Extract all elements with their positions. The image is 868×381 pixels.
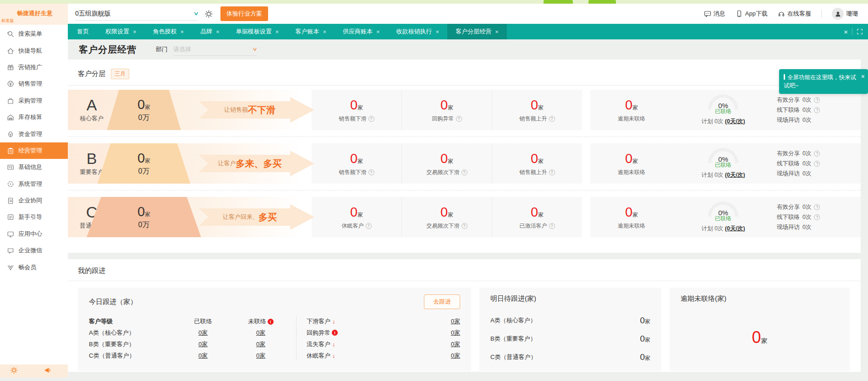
close-tab-icon[interactable]: × [275, 28, 279, 35]
stat-逾期未联络: 0家逾期未联络 [590, 205, 673, 230]
contacted-count-link[interactable]: 0家 [198, 341, 208, 348]
sidebar-item-label: 资金管理 [18, 130, 42, 138]
sidebar-item-资金管理[interactable]: 资金管理 [0, 125, 68, 142]
help-icon[interactable]: ? [368, 116, 374, 122]
gear-icon[interactable] [10, 366, 18, 374]
today-table-header: 客户等级 已联络 未联络! [89, 316, 290, 327]
messages-link[interactable]: 消息 [704, 10, 725, 18]
go-follow-button[interactable]: 去跟进 [424, 294, 460, 309]
alert-label: 下滑客户 [307, 317, 330, 326]
tab-供应商账本[interactable]: 供应商账本× [335, 24, 388, 39]
sidebar-item-企业微信[interactable]: 企业微信 [0, 242, 68, 259]
topbar-right: 消息 App下载 在线客服 珊珊 [704, 8, 858, 20]
close-tab-icon[interactable]: × [181, 28, 184, 35]
alert-count-link[interactable]: 0家 [451, 352, 460, 360]
help-icon[interactable]: ? [366, 223, 372, 229]
tab-角色授权[interactable]: 角色授权× [145, 24, 192, 39]
tab-客户账本[interactable]: 客户账本× [287, 24, 335, 39]
tab-收款核销执行[interactable]: 收款核销执行× [388, 24, 448, 39]
app-download-link[interactable]: App下载 [736, 10, 768, 18]
close-tab-icon[interactable]: × [216, 28, 220, 35]
sidebar-item-系统管理[interactable]: 系统管理 [0, 176, 68, 192]
help-icon[interactable]: ? [814, 107, 820, 113]
support-link[interactable]: 在线客服 [778, 10, 811, 18]
page-title: 客户分层经营 [79, 44, 137, 56]
sidebar-item-应用中心[interactable]: 应用中心 [0, 226, 68, 242]
tomorrow-count: 0家 [640, 334, 650, 344]
help-icon[interactable]: ? [814, 161, 820, 167]
department-select[interactable]: 请选择 ∨ [173, 43, 257, 56]
close-tab-icon[interactable]: × [133, 28, 137, 35]
help-icon[interactable]: ? [549, 169, 555, 175]
help-icon[interactable]: ? [814, 214, 820, 220]
plan-frequency-link[interactable]: (0天/次) [725, 172, 745, 178]
sidebar-item-库存核算[interactable]: 库存核算 [0, 109, 68, 125]
alert-count-link[interactable]: 0家 [451, 329, 460, 337]
sidebar-item-畅会员[interactable]: 畅会员 [0, 259, 68, 275]
customer-level: C类（普通客户） [490, 353, 536, 361]
uncontacted-count-link[interactable]: 0家 [256, 329, 265, 336]
tab-首页[interactable]: 首页 [69, 24, 97, 39]
sidebar-item-基础信息[interactable]: 基础信息 [0, 159, 68, 175]
segment-count: 0家 [137, 151, 150, 166]
help-icon[interactable]: ? [549, 223, 555, 229]
user-menu[interactable]: 珊珊 [832, 8, 858, 20]
sidebar-item-快捷导航[interactable]: 快捷导航 [0, 42, 68, 59]
segment-grade: A核心客户 [71, 97, 112, 123]
close-tab-icon[interactable]: × [436, 28, 439, 35]
close-tab-icon[interactable]: × [323, 28, 326, 35]
alert-count-link[interactable]: 0家 [451, 317, 460, 326]
close-icon[interactable]: × [861, 72, 865, 81]
help-icon[interactable]: ? [814, 151, 820, 157]
sidebar-item-销售管理[interactable]: 销售管理 [0, 76, 68, 92]
alert-count-link[interactable]: 0家 [451, 340, 460, 348]
tab-品牌[interactable]: 品牌× [192, 24, 228, 39]
tomorrow-card-title: 明日待跟进(家) [490, 294, 650, 303]
close-tab-icon[interactable]: × [376, 28, 380, 35]
sidebar-item-label: 企业微信 [18, 246, 42, 255]
support-label: 在线客服 [787, 10, 811, 18]
segment-row-A: A核心客户0家0万让销售额不下滑0家销售额下滑?0家回购异常?0家销售额上升?0… [67, 90, 861, 130]
help-icon[interactable]: ? [814, 97, 820, 103]
gap [582, 90, 590, 130]
contact-gauge: 0%已联络计划 0次 (0天/次) [680, 94, 767, 125]
sidebar-item-搜索菜单[interactable]: 搜索菜单 [0, 26, 68, 42]
uncontacted-count-link[interactable]: 0家 [256, 352, 265, 359]
account-select[interactable]: 0五组旗舰版 ∨ [75, 7, 198, 21]
contacted-count-link[interactable]: 0家 [198, 329, 208, 336]
help-icon[interactable]: ? [549, 116, 555, 122]
sidebar-item-采购管理[interactable]: 采购管理 [0, 93, 68, 109]
tab-label: 单据模板设置 [236, 27, 272, 36]
sidebar-item-新手引导[interactable]: 新手引导 [0, 209, 68, 225]
sidebar-item-label: 营销推广 [18, 63, 42, 71]
alert-icon: ! [332, 330, 338, 336]
help-icon[interactable]: ? [368, 169, 374, 175]
stat-label: 销售额上升 [520, 115, 547, 123]
tab-客户分层经营[interactable]: 客户分层经营× [447, 24, 507, 39]
help-icon[interactable]: ? [461, 223, 467, 229]
contact-stat-label: 线下联络 [777, 105, 800, 115]
tomorrow-count: 0家 [640, 352, 650, 362]
uncontacted-count-link[interactable]: 0家 [256, 341, 265, 348]
plan-frequency-link[interactable]: (0天/次) [725, 225, 745, 232]
sidebar-item-营销推广[interactable]: 营销推广 [0, 59, 68, 76]
sidebar-item-企业协同[interactable]: 企业协同 [0, 192, 68, 209]
stat-逾期未联络: 0家逾期未联络 [590, 151, 673, 176]
fullscreen-icon[interactable] [852, 28, 867, 35]
tab-label: 权限设置 [105, 27, 129, 36]
help-icon[interactable]: ? [814, 204, 820, 210]
help-icon[interactable]: ? [456, 116, 462, 122]
sidebar-item-经营管理[interactable]: 经营管理 [0, 142, 68, 159]
tab-单据模板设置[interactable]: 单据模板设置× [228, 24, 287, 39]
app-window: 畅捷通好生意 标准版 搜索菜单快捷导航营销推广销售管理采购管理库存核算资金管理经… [0, 0, 868, 381]
close-all-tabs-icon[interactable]: × [840, 28, 852, 36]
trial-button[interactable]: 体验行业方案 [220, 6, 268, 21]
segment-letter: A [71, 97, 112, 113]
gear-icon[interactable] [204, 10, 213, 18]
tab-权限设置[interactable]: 权限设置× [97, 24, 145, 39]
help-icon[interactable]: ? [461, 169, 467, 175]
contacted-count-link[interactable]: 0家 [198, 352, 208, 359]
megaphone-icon[interactable] [44, 366, 52, 374]
plan-frequency-link[interactable]: (0天/次) [725, 118, 745, 125]
close-tab-icon[interactable]: × [495, 28, 499, 35]
